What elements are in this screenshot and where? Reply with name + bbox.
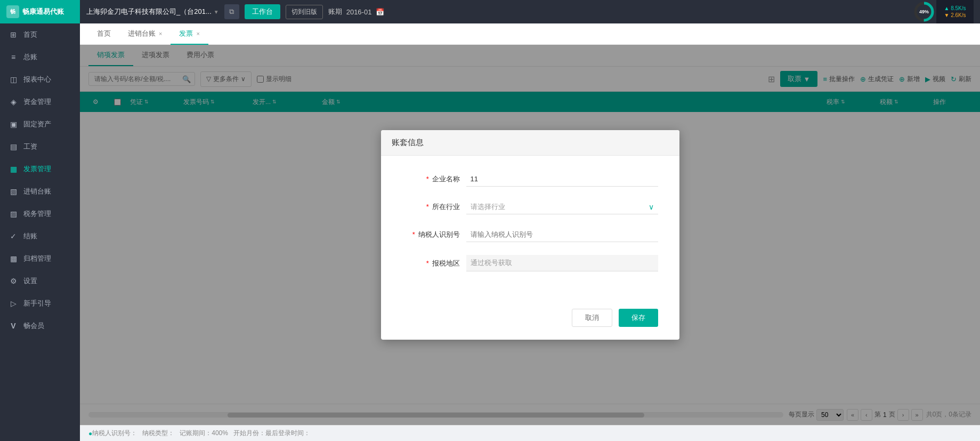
- app-name: 畅康通易代账: [22, 7, 64, 17]
- purchase-sales-icon: ▧: [9, 187, 18, 196]
- period-label: 账期: [328, 7, 342, 17]
- period-value: 2016-01: [346, 8, 372, 16]
- salary-icon: ▤: [9, 142, 18, 151]
- dialog-title: 账套信息: [381, 130, 679, 156]
- form-row-company: * 企业名称: [402, 172, 658, 187]
- sidebar-item-home[interactable]: ⊞ 首页: [0, 23, 80, 46]
- assets-icon: ▣: [9, 119, 18, 129]
- tab-purchase-sales-close[interactable]: ×: [159, 30, 162, 37]
- sidebar-item-assets[interactable]: ▣ 固定资产: [0, 113, 80, 135]
- dialog-body: * 企业名称 * 所在行业 请选择行业: [381, 156, 679, 300]
- sidebar-item-label: 归档管理: [23, 254, 51, 263]
- tab-home-label: 首页: [97, 29, 111, 38]
- home-icon: ⊞: [9, 30, 18, 39]
- copy-icon: ⧉: [229, 7, 234, 16]
- archive-icon: ▩: [9, 254, 18, 263]
- main-area: 上海卯金刀电子科技有限公司_（台201... ▼ ⧉ 工作台 切到旧版 账期 2…: [80, 0, 980, 441]
- topbar: 上海卯金刀电子科技有限公司_（台201... ▼ ⧉ 工作台 切到旧版 账期 2…: [80, 0, 980, 23]
- percent-value: 49%: [919, 9, 929, 14]
- sidebar-item-member[interactable]: V 畅会员: [0, 315, 80, 337]
- main-tabbar: 首页 进销台账 × 发票 ×: [80, 23, 980, 45]
- status-message: 纳税人识别号： 纳税类型： 记账期间：400% 开始月份：最后登录时间：: [92, 429, 310, 438]
- sidebar-item-purchase-sales[interactable]: ▧ 进销台账: [0, 180, 80, 203]
- sidebar-item-label: 税务管理: [23, 209, 51, 219]
- company-name-input[interactable]: [466, 172, 658, 187]
- network-upload: ▲ 8.5K/s: [944, 5, 966, 11]
- sidebar-item-label: 畅会员: [23, 321, 44, 331]
- account-info-dialog: 账套信息 * 企业名称 * 所在行业: [381, 130, 679, 340]
- sidebar-item-label: 资金管理: [23, 97, 51, 107]
- tax-icon: ▨: [9, 209, 18, 219]
- sidebar-item-reports[interactable]: ◫ 报表中心: [0, 68, 80, 91]
- status-bar: ● 纳税人识别号： 纳税类型： 记账期间：400% 开始月份：最后登录时间：: [80, 425, 980, 441]
- form-row-industry: * 所在行业 请选择行业 ∨: [402, 199, 658, 214]
- industry-select-wrapper: 请选择行业 ∨: [466, 199, 658, 214]
- tab-invoice-label: 发票: [179, 29, 193, 38]
- sidebar-item-label: 结账: [23, 231, 37, 241]
- form-row-tax-id: * 纳税人识别号: [402, 227, 658, 242]
- sidebar-item-closing[interactable]: ✓ 结账: [0, 225, 80, 247]
- invoice-mgmt-icon: ▦: [9, 164, 18, 174]
- tab-home[interactable]: 首页: [88, 23, 119, 45]
- guide-icon: ▷: [9, 299, 18, 308]
- company-name-label: * 企业名称: [402, 174, 466, 184]
- workbench-button[interactable]: 工作台: [245, 4, 280, 19]
- sidebar-item-label: 报表中心: [23, 75, 51, 84]
- funds-icon: ◈: [9, 97, 18, 107]
- calendar-icon[interactable]: 📅: [376, 8, 384, 16]
- sidebar-item-guide[interactable]: ▷ 新手引导: [0, 292, 80, 315]
- tax-region-display: 通过税号获取: [466, 255, 658, 271]
- tab-purchase-sales[interactable]: 进销台账 ×: [119, 23, 171, 45]
- required-star: *: [426, 259, 429, 267]
- cancel-button[interactable]: 取消: [572, 309, 612, 327]
- content-area: 销项发票 进项发票 费用小票 🔍 ▽ 更多条件 ∨ 显示明细: [80, 45, 980, 425]
- form-row-tax-region: * 报税地区 通过税号获取: [402, 255, 658, 271]
- sidebar: 畅 畅康通易代账 ⊞ 首页 ≡ 总账 ◫ 报表中心 ◈ 资金管理 ▣ 固定资产 …: [0, 0, 80, 441]
- app-logo: 畅 畅康通易代账: [0, 0, 80, 23]
- sidebar-item-label: 工资: [23, 142, 37, 151]
- dialog-footer: 取消 保存: [381, 300, 679, 340]
- reports-icon: ◫: [9, 75, 18, 84]
- tab-invoice[interactable]: 发票 ×: [171, 23, 208, 45]
- save-button[interactable]: 保存: [619, 309, 658, 327]
- tab-invoice-close[interactable]: ×: [196, 30, 199, 37]
- sidebar-item-label: 发票管理: [23, 164, 51, 174]
- closing-icon: ✓: [9, 231, 18, 241]
- sidebar-item-label: 首页: [23, 30, 37, 39]
- percent-display: 49%: [914, 2, 934, 22]
- sidebar-item-ledger[interactable]: ≡ 总账: [0, 46, 80, 68]
- tax-id-input[interactable]: [466, 227, 658, 242]
- sidebar-item-label: 总账: [23, 52, 37, 62]
- switch-old-button[interactable]: 切到旧版: [286, 5, 323, 19]
- company-name: 上海卯金刀电子科技有限公司_（台201...: [86, 7, 212, 17]
- dialog-overlay: 账套信息 * 企业名称 * 所在行业: [80, 45, 980, 425]
- topbar-right: 49% ▲ 8.5K/s ▼ 2.6K/s: [914, 0, 974, 23]
- sidebar-item-archive[interactable]: ▩ 归档管理: [0, 247, 80, 270]
- ledger-icon: ≡: [9, 52, 18, 62]
- required-star: *: [426, 175, 429, 183]
- settings-icon: ⚙: [9, 276, 18, 286]
- sidebar-item-invoice-mgmt[interactable]: ▦ 发票管理: [0, 158, 80, 180]
- required-star: *: [412, 230, 415, 238]
- sidebar-item-label: 进销台账: [23, 187, 51, 196]
- required-star: *: [426, 203, 429, 211]
- industry-label: * 所在行业: [402, 202, 466, 212]
- network-download: ▼ 2.6K/s: [944, 12, 966, 18]
- status-text: ●: [88, 430, 92, 437]
- sidebar-item-label: 固定资产: [23, 119, 51, 129]
- tab-purchase-sales-label: 进销台账: [128, 29, 156, 38]
- logo-icon: 畅: [6, 5, 19, 18]
- industry-select[interactable]: 请选择行业: [466, 199, 658, 214]
- network-stats: 49% ▲ 8.5K/s ▼ 2.6K/s: [914, 0, 974, 23]
- network-badge: ▲ 8.5K/s ▼ 2.6K/s: [936, 0, 974, 23]
- sidebar-item-label: 新手引导: [23, 299, 51, 308]
- company-dropdown-arrow: ▼: [214, 9, 219, 15]
- sidebar-item-salary[interactable]: ▤ 工资: [0, 135, 80, 158]
- sidebar-item-settings[interactable]: ⚙ 设置: [0, 270, 80, 292]
- sidebar-item-tax[interactable]: ▨ 税务管理: [0, 203, 80, 225]
- member-icon: V: [9, 321, 18, 331]
- sidebar-item-label: 设置: [23, 276, 37, 286]
- sidebar-item-funds[interactable]: ◈ 资金管理: [0, 91, 80, 113]
- company-selector[interactable]: 上海卯金刀电子科技有限公司_（台201... ▼: [86, 7, 219, 17]
- copy-icon-btn[interactable]: ⧉: [224, 4, 239, 19]
